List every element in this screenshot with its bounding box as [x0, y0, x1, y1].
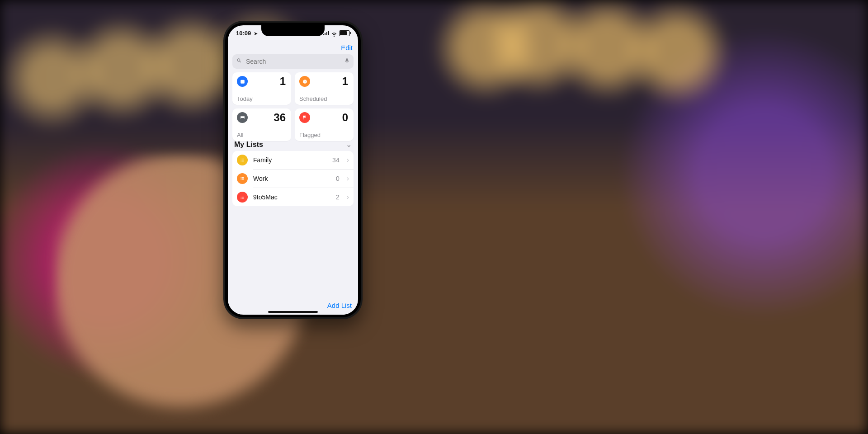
- list-count: 0: [336, 175, 340, 182]
- list-name: 9to5Mac: [253, 193, 330, 201]
- list-icon: [237, 155, 248, 165]
- clock-icon: [299, 76, 310, 87]
- smart-list-today[interactable]: 1 Today: [232, 72, 291, 105]
- smart-list-all[interactable]: 36 All: [232, 108, 291, 141]
- wifi-icon: [331, 31, 337, 35]
- edit-button[interactable]: Edit: [341, 44, 353, 52]
- status-time-text: 10:09: [236, 30, 251, 37]
- flagged-count: 0: [342, 111, 348, 124]
- list-row[interactable]: 9to5Mac 2 ›: [232, 188, 354, 206]
- today-count: 1: [280, 75, 286, 88]
- inbox-icon: [237, 112, 248, 123]
- list-icon: [237, 173, 248, 184]
- search-icon: [236, 57, 242, 66]
- list-icon: [237, 192, 248, 203]
- status-time: 10:09 ➤: [236, 30, 258, 37]
- list-name: Family: [253, 156, 327, 164]
- search-input[interactable]: [245, 57, 341, 66]
- smart-list-scheduled[interactable]: 1 Scheduled: [295, 72, 354, 105]
- chevron-right-icon: ›: [347, 175, 349, 183]
- my-lists: Family 34 › Work 0 › 9to5Mac 2 ›: [232, 151, 354, 206]
- battery-icon: [339, 30, 350, 36]
- all-count: 36: [274, 111, 286, 124]
- all-label: All: [237, 132, 243, 138]
- list-count: 2: [336, 193, 340, 201]
- screen: 10:09 ➤ Edit: [228, 25, 358, 315]
- my-lists-title: My Lists: [234, 141, 263, 149]
- notch: [261, 25, 325, 36]
- today-label: Today: [237, 95, 253, 102]
- chevron-right-icon: ›: [347, 193, 349, 201]
- scheduled-label: Scheduled: [299, 95, 327, 102]
- smart-lists-grid: 1 Today 1 Scheduled 36 All: [232, 72, 354, 141]
- iphone-frame: 10:09 ➤ Edit: [223, 21, 363, 319]
- list-count: 34: [332, 156, 340, 164]
- chevron-down-icon: ⌄: [346, 140, 352, 149]
- scheduled-count: 1: [342, 75, 348, 88]
- add-list-button[interactable]: Add List: [327, 302, 352, 309]
- smart-list-flagged[interactable]: 0 Flagged: [295, 108, 354, 141]
- my-lists-header[interactable]: My Lists ⌄: [234, 140, 352, 149]
- calendar-today-icon: [237, 76, 248, 87]
- chevron-right-icon: ›: [347, 156, 349, 164]
- list-name: Work: [253, 175, 330, 182]
- dictation-icon[interactable]: [344, 57, 350, 66]
- location-icon: ➤: [254, 31, 258, 36]
- flag-icon: [299, 112, 310, 123]
- nav-bar: Edit: [228, 41, 358, 54]
- svg-rect-0: [241, 80, 245, 83]
- list-row[interactable]: Work 0 ›: [232, 170, 354, 188]
- search-field[interactable]: [232, 54, 354, 69]
- toolbar: Add List: [228, 302, 358, 309]
- flagged-label: Flagged: [299, 132, 321, 138]
- list-row[interactable]: Family 34 ›: [232, 151, 354, 169]
- home-indicator[interactable]: [268, 311, 318, 313]
